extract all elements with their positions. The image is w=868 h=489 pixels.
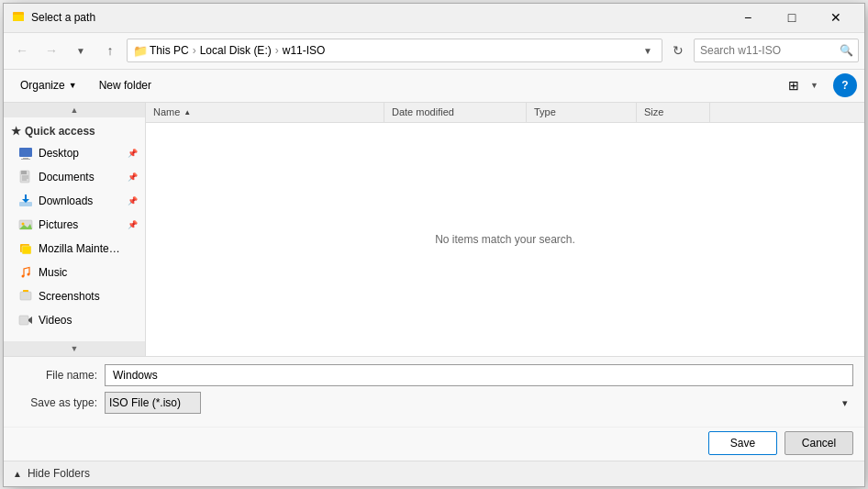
svg-point-20 xyxy=(28,272,30,275)
svg-rect-7 xyxy=(21,171,27,174)
sidebar-item-screenshots[interactable]: Screenshots xyxy=(4,284,145,308)
action-row: Save Cancel xyxy=(4,427,864,461)
sidebar-item-videos-label: Videos xyxy=(39,314,72,327)
organize-button[interactable]: Organize ▼ xyxy=(11,73,86,97)
breadcrumb-sep-2: › xyxy=(275,44,279,57)
breadcrumb-sep-1: › xyxy=(193,44,196,57)
breadcrumb-part-3: w11-ISO xyxy=(283,44,326,57)
filename-row: File name: xyxy=(15,364,853,386)
back-button[interactable]: ← xyxy=(9,38,35,63)
cancel-button[interactable]: Cancel xyxy=(785,431,853,455)
sidebar-item-mozilla[interactable]: Mozilla Mainte… xyxy=(4,237,145,261)
file-area: Name ▲ Date modified Type Size No items … xyxy=(146,103,864,356)
sidebar-item-documents-label: Documents xyxy=(39,171,95,183)
desktop-icon xyxy=(18,146,33,161)
address-chevron-icon[interactable]: ▼ xyxy=(640,46,656,56)
column-type-label: Type xyxy=(534,106,556,117)
forward-button[interactable]: → xyxy=(39,38,64,63)
recent-locations-button[interactable]: ▼ xyxy=(68,38,94,63)
svg-rect-3 xyxy=(19,148,32,157)
breadcrumb: 📁 This PC › Local Disk (E:) › w11-ISO xyxy=(133,44,636,58)
svg-rect-1 xyxy=(13,15,24,21)
minimize-button[interactable]: − xyxy=(727,4,769,31)
pin-icon-documents: 📌 xyxy=(128,172,138,182)
svg-point-19 xyxy=(22,274,25,277)
hide-folders-label: Hide Folders xyxy=(28,467,90,480)
sidebar-item-desktop-label: Desktop xyxy=(39,147,79,160)
view-button[interactable]: ⊞ xyxy=(781,73,807,97)
dialog-window: Select a path − □ ✕ ← → ▼ ↑ 📁 This PC › … xyxy=(3,3,865,487)
svg-rect-13 xyxy=(25,194,27,200)
title-bar-title: Select a path xyxy=(31,11,727,24)
column-header-type[interactable]: Type xyxy=(527,103,637,122)
close-button[interactable]: ✕ xyxy=(815,4,857,31)
quick-access-header: ★ Quick access xyxy=(4,121,145,141)
filename-label: File name: xyxy=(15,369,97,382)
file-list-header: Name ▲ Date modified Type Size xyxy=(146,103,864,123)
empty-message: No items match your search. xyxy=(435,233,575,246)
search-wrapper: 🔍 xyxy=(694,39,859,62)
column-date-label: Date modified xyxy=(392,106,454,117)
column-header-date[interactable]: Date modified xyxy=(384,103,527,122)
sidebar-item-videos[interactable]: Videos xyxy=(4,308,145,332)
sidebar-item-music[interactable]: Music xyxy=(4,261,145,284)
new-folder-button[interactable]: New folder xyxy=(90,73,161,97)
column-size-label: Size xyxy=(644,106,663,117)
maximize-button[interactable]: □ xyxy=(771,4,813,31)
column-header-name[interactable]: Name ▲ xyxy=(146,103,384,122)
quick-access-section: ★ Quick access Desktop 📌 Documents xyxy=(4,117,145,336)
title-bar-icon xyxy=(11,10,26,25)
refresh-button[interactable]: ↻ xyxy=(666,39,690,62)
sidebar-scroll-down[interactable]: ▼ xyxy=(4,341,145,356)
help-label: ? xyxy=(841,79,848,92)
documents-icon xyxy=(18,170,33,184)
organize-chevron-icon: ▼ xyxy=(69,81,77,90)
quick-access-label: Quick access xyxy=(25,125,95,138)
save-button[interactable]: Save xyxy=(708,431,777,455)
bottom-bar: File name: Save as type: ISO File (*.iso… xyxy=(4,356,864,427)
column-name-label: Name xyxy=(153,106,180,117)
sidebar-scroll-up[interactable]: ▲ xyxy=(4,103,145,117)
new-folder-label: New folder xyxy=(99,79,151,92)
sidebar-item-screenshots-label: Screenshots xyxy=(39,290,100,303)
svg-rect-22 xyxy=(23,290,28,292)
sidebar-item-downloads-label: Downloads xyxy=(39,194,93,207)
filetype-row: Save as type: ISO File (*.iso) All Files… xyxy=(15,392,853,414)
view-chevron-icon: ▼ xyxy=(810,81,818,90)
videos-icon xyxy=(18,313,33,328)
up-button[interactable]: ↑ xyxy=(97,38,123,63)
toolbar: Organize ▼ New folder ⊞ ▼ ? xyxy=(4,70,864,103)
sidebar-item-documents[interactable]: Documents 📌 xyxy=(4,165,145,189)
pin-icon-pictures: 📌 xyxy=(128,220,138,229)
svg-rect-18 xyxy=(22,246,31,254)
file-content: No items match your search. xyxy=(146,123,864,356)
help-button[interactable]: ? xyxy=(833,73,857,97)
hide-folders-bar[interactable]: ▲ Hide Folders xyxy=(4,461,864,486)
cancel-label: Cancel xyxy=(802,437,836,450)
sidebar-item-pictures[interactable]: Pictures 📌 xyxy=(4,213,145,237)
mozilla-icon xyxy=(18,241,33,256)
sidebar-item-desktop[interactable]: Desktop 📌 xyxy=(4,141,145,165)
filename-input[interactable] xyxy=(105,364,853,386)
main-area: ▲ ★ Quick access Desktop 📌 xyxy=(4,103,864,356)
column-header-size[interactable]: Size xyxy=(637,103,710,122)
pin-icon-desktop: 📌 xyxy=(128,149,138,158)
breadcrumb-part-1: This PC xyxy=(150,44,189,57)
screenshots-icon xyxy=(18,289,33,304)
sidebar-item-downloads[interactable]: Downloads 📌 xyxy=(4,189,145,213)
svg-rect-21 xyxy=(20,292,31,300)
filetype-select[interactable]: ISO File (*.iso) All Files (*.*) xyxy=(105,392,201,414)
sidebar: ▲ ★ Quick access Desktop 📌 xyxy=(4,103,146,356)
title-bar: Select a path − □ ✕ xyxy=(4,4,864,33)
sort-asc-icon: ▲ xyxy=(184,108,191,117)
svg-marker-24 xyxy=(28,317,32,324)
hide-folders-chevron-icon: ▲ xyxy=(13,469,22,479)
sidebar-item-mozilla-label: Mozilla Mainte… xyxy=(39,242,120,255)
address-bar[interactable]: 📁 This PC › Local Disk (E:) › w11-ISO ▼ xyxy=(127,39,662,62)
organize-label: Organize xyxy=(20,79,65,92)
nav-bar: ← → ▼ ↑ 📁 This PC › Local Disk (E:) › w1… xyxy=(4,33,864,70)
search-input[interactable] xyxy=(694,39,859,62)
view-icon: ⊞ xyxy=(788,78,799,93)
pin-icon-downloads: 📌 xyxy=(128,196,138,206)
sidebar-item-pictures-label: Pictures xyxy=(39,218,78,231)
